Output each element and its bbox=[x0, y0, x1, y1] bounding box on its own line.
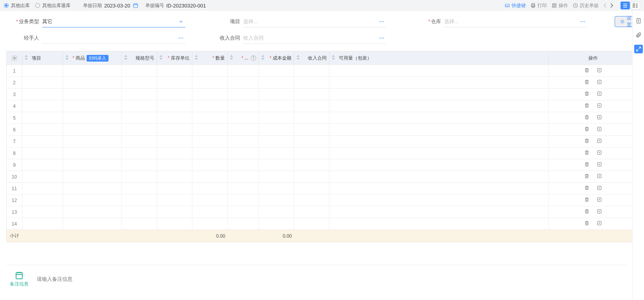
delete-row-button[interactable] bbox=[584, 103, 590, 109]
trash-icon bbox=[584, 150, 590, 155]
svg-rect-7 bbox=[552, 6, 554, 7]
table-row[interactable]: 13 bbox=[7, 206, 637, 218]
col-unit[interactable]: *库存单位 bbox=[157, 51, 192, 65]
expand-icon bbox=[635, 46, 642, 52]
side-doc-button[interactable] bbox=[634, 16, 643, 25]
project-select[interactable]: 选择... ··· bbox=[243, 16, 386, 27]
row-number: 13 bbox=[7, 206, 22, 218]
next-icon[interactable] bbox=[610, 3, 613, 8]
insert-row-button[interactable] bbox=[597, 126, 602, 133]
col-available[interactable]: 可用量（包装） bbox=[329, 51, 549, 65]
svg-rect-5 bbox=[552, 4, 554, 5]
operate-button[interactable]: 操作 bbox=[552, 2, 568, 9]
add-row-icon bbox=[597, 185, 602, 191]
income-contract-select[interactable]: 收入合同 ··· bbox=[243, 32, 386, 44]
column-config[interactable] bbox=[7, 51, 22, 65]
doc-type-radio-out[interactable]: 其他出库 bbox=[4, 2, 30, 9]
print-button[interactable]: 打印 bbox=[530, 2, 547, 9]
table-row[interactable]: 3 bbox=[7, 88, 637, 100]
table-row[interactable]: 2 bbox=[7, 76, 637, 88]
view-list-button[interactable] bbox=[620, 2, 630, 9]
insert-row-button[interactable] bbox=[597, 209, 602, 215]
svg-point-12 bbox=[622, 21, 623, 22]
col-project[interactable]: 项目 bbox=[22, 51, 63, 65]
insert-row-button[interactable] bbox=[597, 150, 602, 156]
delete-row-button[interactable] bbox=[584, 115, 590, 121]
trash-icon bbox=[584, 162, 590, 167]
table-row[interactable]: 7 bbox=[7, 135, 637, 147]
delete-row-button[interactable] bbox=[584, 162, 590, 168]
label: 经手人 bbox=[12, 35, 39, 42]
col-cost[interactable]: *成本金额 bbox=[259, 51, 294, 65]
insert-row-button[interactable] bbox=[597, 91, 602, 98]
col-spec[interactable]: 规格型号 bbox=[122, 51, 157, 65]
row-actions bbox=[549, 147, 637, 159]
insert-row-button[interactable] bbox=[597, 138, 602, 145]
insert-row-button[interactable] bbox=[597, 162, 602, 168]
insert-row-button[interactable] bbox=[597, 79, 602, 86]
insert-row-button[interactable] bbox=[597, 173, 602, 180]
insert-row-button[interactable] bbox=[597, 103, 602, 109]
handler-select[interactable]: ··· bbox=[42, 32, 185, 44]
note-icon bbox=[14, 271, 24, 280]
insert-row-button[interactable] bbox=[597, 67, 602, 74]
view-detail-button[interactable] bbox=[631, 2, 640, 9]
row-actions bbox=[549, 77, 637, 88]
warehouse-select[interactable]: 选择... ··· bbox=[444, 16, 587, 27]
svg-rect-6 bbox=[555, 4, 556, 5]
row-actions bbox=[549, 100, 637, 112]
side-expand-button[interactable] bbox=[634, 45, 643, 53]
row-number: 3 bbox=[7, 89, 22, 100]
delete-row-button[interactable] bbox=[584, 126, 590, 133]
table-row[interactable]: 8 bbox=[7, 147, 637, 159]
add-row-icon bbox=[597, 162, 602, 167]
history-button[interactable]: 历史单据 bbox=[573, 2, 599, 9]
table-row[interactable]: 10 bbox=[7, 171, 637, 182]
table-header: 项目 *商品扫码录入 规格型号 *库存单位 *数量 *...? *成本金额 收入… bbox=[7, 51, 637, 65]
side-attach-button[interactable] bbox=[634, 31, 643, 39]
delete-row-button[interactable] bbox=[584, 220, 590, 227]
scan-tag[interactable]: 扫码录入 bbox=[87, 55, 109, 62]
doc-type-radio-return[interactable]: 其他出库退库 bbox=[35, 2, 71, 9]
delete-row-button[interactable] bbox=[584, 150, 590, 156]
help-icon[interactable]: ? bbox=[251, 55, 256, 61]
col-qty[interactable]: *数量 bbox=[192, 51, 228, 65]
col-extra[interactable]: *...? bbox=[228, 51, 259, 65]
delete-row-button[interactable] bbox=[584, 91, 590, 98]
delete-row-button[interactable] bbox=[584, 197, 590, 204]
row-number: 12 bbox=[7, 195, 22, 206]
shortcut-button[interactable]: 快捷键 bbox=[505, 2, 526, 9]
biz-type-select[interactable]: 其它 bbox=[42, 16, 185, 27]
table-row[interactable]: 4 bbox=[7, 100, 637, 112]
col-product[interactable]: *商品扫码录入 bbox=[63, 51, 122, 65]
table-row[interactable]: 5 bbox=[7, 112, 637, 124]
svg-rect-0 bbox=[133, 4, 137, 7]
delete-row-button[interactable] bbox=[584, 185, 590, 192]
row-actions bbox=[549, 136, 637, 147]
trash-icon bbox=[584, 67, 590, 73]
table-row[interactable]: 11 bbox=[7, 182, 637, 194]
table-row[interactable]: 12 bbox=[7, 194, 637, 206]
table-row[interactable]: 6 bbox=[7, 124, 637, 135]
delete-row-button[interactable] bbox=[584, 79, 590, 86]
row-number: 10 bbox=[7, 171, 22, 182]
insert-row-button[interactable] bbox=[597, 115, 602, 121]
calendar-icon[interactable] bbox=[133, 3, 138, 8]
table-row[interactable]: 1 bbox=[7, 65, 637, 76]
prev-icon[interactable] bbox=[603, 3, 607, 8]
subtotal-label: 小计 bbox=[7, 230, 22, 242]
table-row[interactable]: 14 bbox=[7, 218, 637, 229]
insert-row-button[interactable] bbox=[597, 220, 602, 227]
delete-row-button[interactable] bbox=[584, 138, 590, 145]
row-actions bbox=[549, 65, 637, 76]
insert-row-button[interactable] bbox=[597, 185, 602, 192]
remark-area: 备注信息 bbox=[6, 265, 626, 293]
table-row[interactable]: 9 bbox=[7, 159, 637, 171]
insert-row-button[interactable] bbox=[597, 197, 602, 204]
delete-row-button[interactable] bbox=[584, 173, 590, 180]
delete-row-button[interactable] bbox=[584, 67, 590, 74]
col-income[interactable]: 收入合同 bbox=[294, 51, 329, 65]
delete-row-button[interactable] bbox=[584, 209, 590, 215]
remark-input[interactable] bbox=[32, 265, 626, 293]
trash-icon bbox=[584, 220, 590, 226]
